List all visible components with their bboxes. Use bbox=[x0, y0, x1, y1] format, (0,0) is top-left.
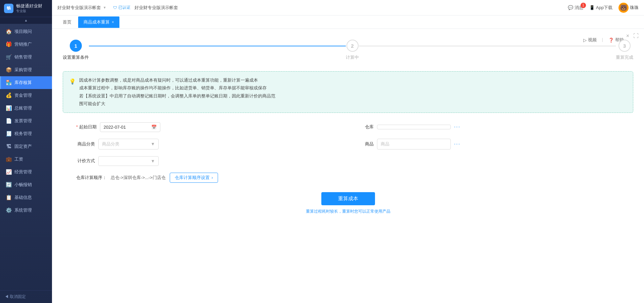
nav-icon-project: 🏠 bbox=[6, 29, 12, 35]
topbar-message-btn[interactable]: 💬 消息 1 bbox=[568, 5, 583, 11]
sidebar-header: 畅 畅捷通好业财 专业版 bbox=[0, 0, 52, 17]
topbar-actions: 💬 消息 1 📱 App下载 🐻 珠珠 bbox=[568, 3, 639, 13]
sidebar-item-label: 库存核算 bbox=[14, 80, 32, 86]
pricing-label: 计价方式 bbox=[76, 158, 95, 164]
sidebar-item-salary[interactable]: 💼工资 bbox=[0, 153, 52, 166]
phone-icon: 📱 bbox=[589, 5, 595, 10]
sidebar-item-label: 销售管理 bbox=[14, 54, 32, 60]
warehouse-order-row: 仓库计算顺序： 总仓->深圳仓库->...->门店仓 仓库计算顺序设置 › bbox=[76, 173, 620, 183]
category-field: 商品分类 商品分类 ▼ bbox=[76, 139, 341, 149]
submit-btn[interactable]: 重算成本 bbox=[321, 192, 375, 205]
sidebar-item-finance[interactable]: 💰资金管理 bbox=[0, 89, 52, 102]
sidebar-item-label: 固定资产 bbox=[14, 143, 32, 149]
nav-icon-assets: 🏗 bbox=[6, 143, 12, 149]
topbar-app-download-btn[interactable]: 📱 App下载 bbox=[589, 5, 612, 11]
sidebar-item-label: 资金管理 bbox=[14, 92, 32, 98]
sidebar-item-assets[interactable]: 🏗固定资产 bbox=[0, 140, 52, 153]
sidebar-item-inventory[interactable]: 🏪库存核算 bbox=[0, 76, 52, 89]
avatar: 🐻 bbox=[619, 3, 629, 13]
warehouse-order-label: 仓库计算顺序： bbox=[76, 175, 107, 181]
warehouse-input[interactable] bbox=[377, 125, 451, 129]
submit-area: 重算成本 重算过程耗时较长，重算时您可以正常使用产品 bbox=[76, 192, 620, 214]
tab-label: 首页 bbox=[63, 19, 71, 25]
sidebar-item-system[interactable]: ⚙️系统管理 bbox=[0, 204, 52, 217]
sidebar-nav: 🏠项目顾问🎁营销推广🛒销售管理📦采购管理🏪库存核算💰资金管理📊总账管理📄发票管理… bbox=[0, 24, 52, 290]
warehouse-label: 仓库 bbox=[355, 124, 374, 130]
step-2: 3重算完成 bbox=[616, 40, 633, 60]
form-section: 起始日期 2022-07-01 📅 仓库 ··· bbox=[63, 122, 633, 214]
sidebar-subtitle: 专业版 bbox=[16, 9, 42, 13]
nav-icon-finance: 💰 bbox=[6, 92, 12, 98]
sidebar-item-accounting[interactable]: 📊总账管理 bbox=[0, 102, 52, 115]
sidebar-scroll-up[interactable]: ▲ bbox=[0, 17, 52, 24]
sidebar-item-marketing[interactable]: 🎁营销推广 bbox=[0, 38, 52, 51]
step-label-1: 计算中 bbox=[346, 54, 359, 60]
nav-icon-invoice: 📄 bbox=[6, 118, 12, 124]
sidebar-item-expense[interactable]: 🔄小畅报销 bbox=[0, 178, 52, 191]
chevron-down-icon: ▼ bbox=[151, 141, 155, 146]
category-select[interactable]: 商品分类 ▼ bbox=[98, 139, 159, 149]
form-row-2: 商品分类 商品分类 ▼ 商品 商品 ··· bbox=[76, 139, 620, 149]
bulb-icon: 💡 bbox=[69, 77, 76, 108]
sidebar-item-tax[interactable]: 🧾税务管理 bbox=[0, 127, 52, 140]
nav-icon-system: ⚙️ bbox=[6, 207, 12, 213]
step-0: 1设置重算条件 bbox=[63, 40, 89, 60]
warehouse-field: 仓库 ··· bbox=[355, 124, 620, 130]
topbar-username: 珠珠 bbox=[630, 5, 639, 11]
expand-icon[interactable]: ⛶ bbox=[633, 33, 639, 39]
topbar: 好业财专业版演示帐套 ▼ 🛡 已认证 好业财专业版演示帐套 💬 消息 1 📱 A… bbox=[52, 0, 644, 15]
topbar-user[interactable]: 🐻 珠珠 bbox=[619, 3, 639, 13]
pricing-select[interactable]: ▼ bbox=[98, 156, 159, 166]
nav-icon-marketing: 🎁 bbox=[6, 41, 12, 47]
product-field: 商品 商品 ··· bbox=[355, 139, 620, 149]
tabs-bar: 首页商品成本重算× bbox=[52, 15, 644, 29]
step-label-0: 设置重算条件 bbox=[63, 54, 89, 60]
sidebar-item-operations[interactable]: 📈经营管理 bbox=[0, 166, 52, 178]
tab-home[interactable]: 首页 bbox=[57, 16, 77, 28]
shield-icon: 🛡 bbox=[113, 5, 117, 10]
sidebar-item-label: 税务管理 bbox=[14, 131, 32, 137]
topbar-account-full: 好业财专业版演示帐套 bbox=[135, 5, 178, 11]
product-placeholder: 商品 bbox=[381, 141, 447, 147]
sidebar-item-invoice[interactable]: 📄发票管理 bbox=[0, 115, 52, 127]
content-area: × ⛶ ▷ 视频 | ❓ 帮助 1设置重算条件2计算中3重算完成 💡 bbox=[52, 29, 644, 303]
sidebar-item-label: 总账管理 bbox=[14, 105, 32, 111]
info-line-3: 若【系统设置】中启用了自动调整记账日期时，会调整入库单的整单记账日期，因此重新计… bbox=[79, 92, 275, 100]
start-date-field: 起始日期 2022-07-01 📅 bbox=[76, 122, 341, 132]
sidebar-item-project[interactable]: 🏠项目顾问 bbox=[0, 25, 52, 38]
warehouse-order-settings-btn[interactable]: 仓库计算顺序设置 › bbox=[170, 173, 218, 183]
submit-hint: 重算过程耗时较长，重算时您可以正常使用产品 bbox=[306, 209, 390, 214]
info-box: 💡 因成本计算参数调整，或是对商品成本有疑问时，可以通过成本重算功能，重新计算一… bbox=[63, 71, 633, 113]
warehouse-order-value: 总仓->深圳仓库->...->门店仓 bbox=[111, 175, 166, 181]
step-circle-1: 2 bbox=[346, 40, 359, 52]
sidebar-item-label: 项目顾问 bbox=[14, 29, 32, 35]
sidebar-item-basic[interactable]: 📋基础信息 bbox=[0, 191, 52, 204]
sidebar-item-purchase[interactable]: 📦采购管理 bbox=[0, 63, 52, 76]
step-indicator: 1设置重算条件2计算中3重算完成 bbox=[63, 37, 633, 60]
tab-recalc[interactable]: 商品成本重算× bbox=[78, 16, 119, 28]
product-input[interactable]: 商品 bbox=[377, 139, 451, 149]
sidebar-item-label: 小畅报销 bbox=[14, 182, 32, 188]
nav-icon-inventory: 🏪 bbox=[6, 80, 12, 86]
tab-close-icon[interactable]: × bbox=[112, 20, 114, 25]
topbar-account[interactable]: 好业财专业版演示帐套 ▼ bbox=[57, 5, 106, 11]
nav-icon-tax: 🧾 bbox=[6, 131, 12, 137]
sidebar-title: 畅捷通好业财 bbox=[16, 3, 42, 9]
main-area: 好业财专业版演示帐套 ▼ 🛡 已认证 好业财专业版演示帐套 💬 消息 1 📱 A… bbox=[52, 0, 644, 303]
sidebar-footer-unpin[interactable]: ◀ 取消固定 bbox=[0, 290, 52, 303]
start-date-input[interactable]: 2022-07-01 📅 bbox=[100, 122, 160, 132]
sidebar-item-label: 营销推广 bbox=[14, 41, 32, 47]
category-placeholder: 商品分类 bbox=[102, 141, 148, 147]
step-1: 2计算中 bbox=[346, 40, 359, 60]
calendar-icon[interactable]: 📅 bbox=[151, 125, 157, 130]
tab-label: 商品成本重算 bbox=[84, 19, 110, 25]
product-more-btn[interactable]: ··· bbox=[454, 141, 461, 147]
chevron-right-icon: › bbox=[212, 175, 213, 180]
category-label: 商品分类 bbox=[76, 141, 95, 147]
content-wrapper: × ⛶ ▷ 视频 | ❓ 帮助 1设置重算条件2计算中3重算完成 💡 bbox=[52, 29, 644, 303]
warehouse-more-btn[interactable]: ··· bbox=[454, 124, 461, 130]
nav-icon-accounting: 📊 bbox=[6, 105, 12, 111]
sidebar-item-sales[interactable]: 🛒销售管理 bbox=[0, 51, 52, 63]
form-row-1: 起始日期 2022-07-01 📅 仓库 ··· bbox=[76, 122, 620, 132]
start-date-value: 2022-07-01 bbox=[104, 125, 149, 130]
